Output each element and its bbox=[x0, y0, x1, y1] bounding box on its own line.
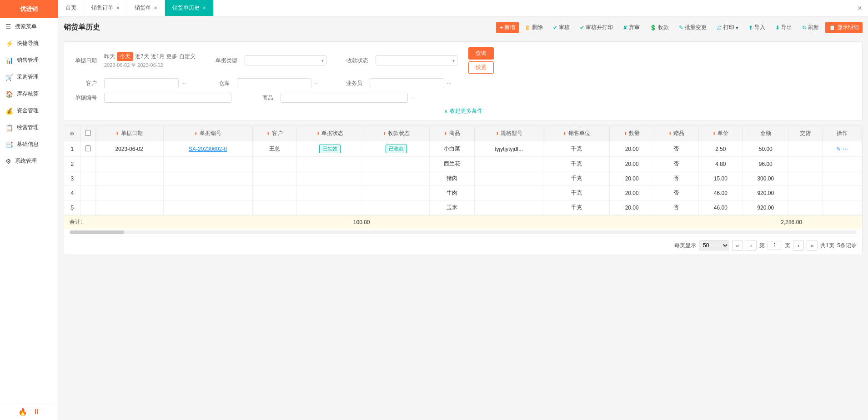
tab-sales-history[interactable]: 销货单历史 ✕ bbox=[165, 0, 214, 16]
sidebar-item-sales-mgmt[interactable]: 📊 销售管理 bbox=[0, 52, 58, 69]
cell-gift: 否 bbox=[654, 141, 698, 157]
sidebar-item-inventory[interactable]: 🏠 库存核算 bbox=[0, 85, 58, 102]
cell-pay-status bbox=[363, 171, 430, 186]
add-button[interactable]: + 新增 bbox=[496, 22, 519, 33]
sidebar-item-system-mgmt[interactable]: ⚙ 系统管理 bbox=[0, 153, 58, 170]
sidebar-item-purchase-mgmt[interactable]: 🛒 采购管理 bbox=[0, 69, 58, 85]
abandon-button[interactable]: ✘ 弃审 bbox=[619, 22, 643, 33]
collect-button[interactable]: 💲 收款 bbox=[646, 22, 672, 33]
per-page-select-wrapper: 20 50 100 bbox=[699, 240, 729, 250]
sidebar-item-finance[interactable]: 💰 资金管理 bbox=[0, 102, 58, 119]
tab-sales-order[interactable]: 销售订单 ✕ bbox=[84, 0, 127, 16]
col-date: ⬆ 单据日期 bbox=[95, 126, 163, 141]
pause-icon[interactable]: ⏸ bbox=[33, 408, 40, 416]
date-today[interactable]: 今天 bbox=[117, 52, 133, 61]
audit-button[interactable]: ✔ 审核 bbox=[549, 22, 573, 33]
audit-icon: ✔ bbox=[553, 25, 557, 31]
product-input[interactable] bbox=[281, 93, 408, 103]
edit-op-button[interactable]: ✎ bbox=[836, 146, 841, 152]
export-button[interactable]: ⬇ 导出 bbox=[772, 22, 796, 33]
col-doc-no: ⬆ 单据编号 bbox=[163, 126, 252, 141]
date-1month[interactable]: 近1月 bbox=[151, 53, 165, 60]
batch-change-button[interactable]: ✎ 批量变更 bbox=[675, 22, 710, 33]
cell-delivery bbox=[788, 171, 823, 186]
per-page-select[interactable]: 20 50 100 bbox=[699, 240, 729, 250]
sidebar-item-search-menu[interactable]: ☰ 搜索菜单 bbox=[0, 18, 58, 35]
cell-checkbox[interactable] bbox=[80, 186, 95, 200]
doc-type-select[interactable] bbox=[245, 55, 326, 65]
product-ellipsis[interactable]: ··· bbox=[409, 94, 417, 102]
cell-ops bbox=[823, 200, 862, 215]
audit-print-button[interactable]: ✔ 审核并打印 bbox=[576, 22, 617, 33]
cell-customer bbox=[252, 157, 297, 171]
horizontal-scrollbar-track[interactable] bbox=[70, 230, 857, 234]
salesperson-input[interactable] bbox=[370, 78, 444, 88]
customer-input[interactable] bbox=[104, 78, 179, 88]
close-tab-sales-delivery[interactable]: ✕ bbox=[154, 5, 157, 10]
salesperson-ellipsis[interactable]: ··· bbox=[445, 79, 453, 87]
close-all-tabs[interactable]: ✕ bbox=[852, 5, 868, 12]
cell-unit: 千克 bbox=[543, 157, 610, 171]
warehouse-input[interactable] bbox=[237, 78, 311, 88]
cell-checkbox[interactable] bbox=[80, 171, 95, 186]
query-button[interactable]: 查询 bbox=[468, 47, 494, 60]
col-checkbox[interactable] bbox=[80, 126, 95, 141]
settings-button[interactable]: 设置 bbox=[468, 61, 494, 74]
query-settings-group: 查询 设置 bbox=[468, 47, 494, 74]
print-button[interactable]: 🖨 打印 ▾ bbox=[713, 22, 742, 33]
close-tab-sales-history[interactable]: ✕ bbox=[202, 5, 206, 10]
next-page-button[interactable]: › bbox=[793, 240, 804, 251]
sidebar-item-basic-info[interactable]: 📑 基础信息 bbox=[0, 136, 58, 153]
cell-checkbox[interactable] bbox=[80, 200, 95, 215]
doc-no-input[interactable] bbox=[104, 93, 231, 103]
date-more[interactable]: 更多 bbox=[166, 53, 177, 60]
doc-status-badge: 已生效 bbox=[319, 145, 341, 153]
payment-status-select[interactable] bbox=[376, 55, 457, 65]
cell-checkbox[interactable] bbox=[80, 157, 95, 171]
show-detail-icon: 📋 bbox=[829, 25, 836, 31]
export-icon: ⬇ bbox=[775, 25, 780, 31]
date-yesterday[interactable]: 昨天 bbox=[104, 53, 115, 60]
doc-no-link[interactable]: SA-20230602-0 bbox=[189, 146, 227, 152]
select-all-checkbox[interactable] bbox=[85, 130, 91, 136]
toolbar: + 新增 🗑 删除 ✔ 审核 ✔ 审核并打印 ✘ 弃审 bbox=[496, 22, 863, 33]
cell-unit-price: 4.80 bbox=[698, 157, 743, 171]
page-input[interactable] bbox=[768, 241, 782, 250]
cell-product: 西兰花 bbox=[430, 157, 475, 171]
footer-total-amount: 2,286.00 bbox=[781, 219, 857, 225]
cell-seq: 4 bbox=[64, 186, 80, 200]
fire-icon[interactable]: 🔥 bbox=[18, 408, 27, 416]
prev-page-button[interactable]: ‹ bbox=[746, 240, 757, 251]
cell-seq: 5 bbox=[64, 200, 80, 215]
cell-doc-no bbox=[163, 200, 252, 215]
last-page-button[interactable]: » bbox=[807, 240, 818, 251]
import-button[interactable]: ⬆ 导入 bbox=[745, 22, 769, 33]
cell-qty: 20.00 bbox=[610, 157, 654, 171]
col-settings[interactable]: ⚙ bbox=[64, 126, 80, 141]
sidebar-bottom: 🔥 ⏸ bbox=[0, 404, 58, 420]
cell-unit-price: 15.00 bbox=[698, 171, 743, 186]
warehouse-ellipsis[interactable]: ··· bbox=[312, 79, 321, 87]
date-custom[interactable]: 自定义 bbox=[179, 53, 196, 60]
sidebar-item-operations[interactable]: 📋 经营管理 bbox=[0, 119, 58, 136]
cell-spec: tyjytjytyjdf... bbox=[475, 141, 543, 157]
cell-unit-price: 2.50 bbox=[698, 141, 743, 157]
first-page-button[interactable]: « bbox=[732, 240, 743, 251]
customer-ellipsis[interactable]: ··· bbox=[180, 79, 188, 87]
horizontal-scrollbar-thumb[interactable] bbox=[70, 230, 124, 234]
more-op-button[interactable]: ⋯ bbox=[843, 146, 848, 152]
sidebar-item-quick-nav[interactable]: ⚡ 快捷导航 bbox=[0, 35, 58, 52]
tab-home[interactable]: 首页 bbox=[58, 0, 84, 16]
refresh-button[interactable]: ↻ 刷新 bbox=[798, 22, 823, 33]
cell-seq: 2 bbox=[64, 157, 80, 171]
tab-sales-delivery[interactable]: 销货单 ✕ bbox=[127, 0, 165, 16]
collapse-button[interactable]: ∧ 收起更多条件 bbox=[71, 107, 855, 115]
show-detail-button[interactable]: 📋 显示明细 bbox=[825, 22, 863, 33]
cell-product: 玉米 bbox=[430, 200, 475, 215]
date-7days[interactable]: 近7天 bbox=[135, 53, 149, 60]
cell-unit: 千克 bbox=[543, 186, 610, 200]
delete-button[interactable]: 🗑 删除 bbox=[522, 22, 547, 33]
cell-checkbox[interactable] bbox=[80, 141, 95, 157]
close-tab-sales-order[interactable]: ✕ bbox=[116, 5, 120, 10]
product-label: 商品 bbox=[248, 94, 273, 102]
